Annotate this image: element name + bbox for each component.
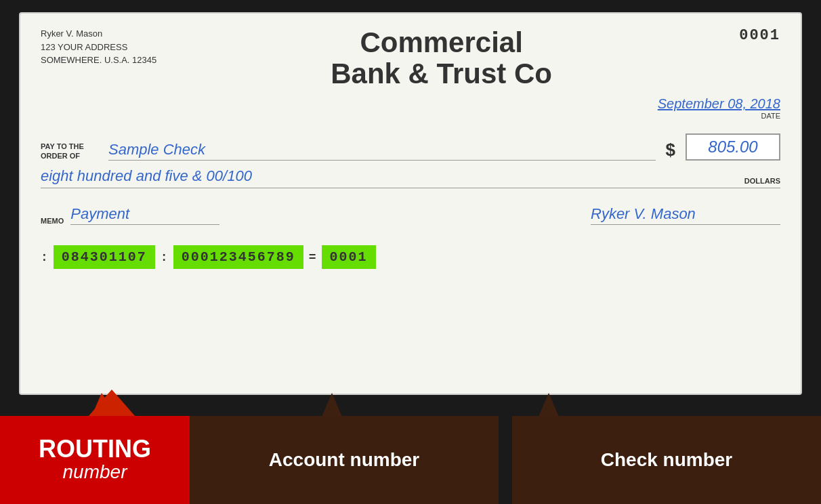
owner-address: Ryker V. Mason 123 YOUR ADDRESS SOMEWHER… (41, 27, 156, 67)
signature-section: Ryker V. Mason (591, 205, 780, 225)
routing-label-title: ROUTING (39, 437, 151, 461)
written-amount-row: eight hundred and five & 00/100 DOLLARS (41, 167, 780, 188)
signature-line: Ryker V. Mason (591, 205, 780, 225)
address-line1: 123 YOUR ADDRESS (41, 41, 156, 54)
check-container: Ryker V. Mason 123 YOUR ADDRESS SOMEWHER… (19, 12, 802, 395)
date-label: DATE (658, 112, 780, 120)
check-label-text: Check number (601, 449, 733, 471)
micr-row: : 084301107 : 000123456789 = 0001 (41, 245, 780, 269)
signature-value: Ryker V. Mason (591, 205, 696, 222)
micr-open: : (41, 251, 48, 264)
written-amount: eight hundred and five & 00/100 (41, 167, 252, 185)
amount-box: 805.00 (686, 133, 780, 161)
check-label-box: Check number (512, 416, 821, 504)
micr-sep1: : (161, 251, 168, 264)
memo-label: MEMO (41, 217, 64, 225)
micr-sep2: = (309, 251, 316, 264)
micr-account: 000123456789 (173, 245, 303, 269)
account-label-box: Account number (190, 416, 499, 504)
date-value: September 08, 2018 (658, 96, 780, 112)
memo-value: Payment (70, 205, 219, 225)
dollars-label: DOLLARS (744, 177, 780, 185)
owner-name: Ryker V. Mason (41, 27, 156, 41)
memo-row: MEMO Payment Ryker V. Mason (41, 205, 780, 225)
memo-section: MEMO Payment (41, 205, 591, 225)
pay-to-label: PAY TO THEORDER OF (41, 142, 102, 161)
pay-to-row: PAY TO THEORDER OF Sample Check $ 805.00 (41, 133, 780, 161)
micr-routing: 084301107 (54, 245, 155, 269)
payee-name: Sample Check (108, 141, 656, 161)
label-bar: ROUTING number Account number Check numb… (0, 416, 821, 504)
date-section: September 08, 2018 DATE (658, 96, 780, 120)
check-header: Ryker V. Mason 123 YOUR ADDRESS SOMEWHER… (41, 27, 780, 89)
bank-name: Commercial Bank & Trust Co (170, 27, 713, 89)
routing-label-box: ROUTING number (0, 416, 190, 504)
dollar-sign: $ (662, 140, 679, 161)
check-number-top: 0001 (726, 27, 780, 44)
account-label-text: Account number (269, 449, 419, 471)
routing-label-sub: number (63, 461, 127, 483)
date-row: September 08, 2018 DATE (41, 96, 780, 120)
micr-check-num: 0001 (322, 245, 376, 269)
address-line2: SOMEWHERE. U.S.A. 12345 (41, 54, 156, 67)
